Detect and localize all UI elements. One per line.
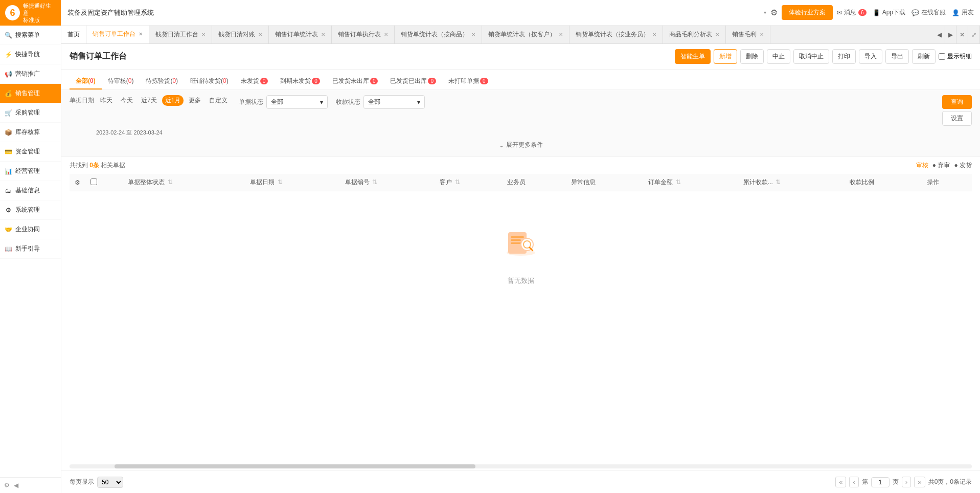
show-detail-toggle[interactable]: 显示明细 — [939, 52, 972, 61]
tab-close-sales-workbench[interactable]: ✕ — [139, 31, 143, 37]
sidebar-item-basic-info[interactable]: 🗂基础信息 — [0, 181, 61, 200]
import-btn[interactable]: 导入 — [859, 49, 882, 64]
show-detail-checkbox[interactable] — [939, 53, 945, 60]
filter-actions: 查询 设置 — [942, 95, 972, 126]
online-service-btn[interactable]: 💬 在线客服 — [911, 8, 946, 17]
send-btn[interactable]: ● 发货 — [954, 161, 972, 170]
tab-profit-analysis[interactable]: 商品毛利分析表✕ — [663, 26, 726, 44]
first-page-btn[interactable]: « — [835, 477, 846, 487]
add-btn[interactable]: 新增 — [714, 49, 737, 64]
refresh-btn[interactable]: 刷新 — [912, 49, 936, 64]
sub-tab-待拣验货[interactable]: 待拣验货(0) — [140, 74, 184, 89]
anti-audit-btn[interactable]: ● 弃审 — [932, 161, 950, 170]
app-download-btn[interactable]: 📱 App下载 — [873, 8, 905, 17]
tab-close-sales-goods[interactable]: ✕ — [471, 32, 475, 37]
query-btn[interactable]: 查询 — [942, 95, 972, 109]
status-filter: 单据状态 全部 ▾ — [239, 95, 328, 109]
export-btn[interactable]: 导出 — [885, 49, 909, 64]
smart-create-btn[interactable]: 智能生单 — [675, 49, 711, 64]
prev-page-btn[interactable]: ‹ — [849, 477, 858, 487]
header-settings-icon[interactable]: ⚙ — [770, 8, 778, 17]
tab-prev-btn[interactable]: ◀ — [934, 26, 945, 44]
empty-icon — [500, 222, 541, 270]
sidebar-item-marketing[interactable]: 📢营销推广 — [0, 64, 61, 84]
tab-list: 首页销售订单工作台✕钱货日清工作台✕钱货日清对账✕销售订单统计表✕销售订单执行表… — [61, 26, 934, 44]
date-opt-更多[interactable]: 更多 — [186, 95, 204, 106]
stop-btn[interactable]: 中止 — [767, 49, 790, 64]
sidebar-item-guide[interactable]: 📖新手引导 — [0, 239, 61, 259]
nav-label-basic-info: 基础信息 — [15, 186, 40, 195]
sidebar-item-search[interactable]: 🔍搜索菜单 — [0, 26, 61, 45]
date-opt-今天[interactable]: 今天 — [118, 95, 136, 106]
nav-label-quick-nav: 快捷导航 — [15, 50, 40, 59]
status-select[interactable]: 全部 ▾ — [266, 95, 328, 109]
tab-sales-exec[interactable]: 销售订单执行表✕ — [332, 26, 395, 44]
date-opt-近7天[interactable]: 近7天 — [138, 95, 160, 106]
tab-maximize-btn[interactable]: ⤢ — [968, 26, 980, 44]
tab-cash-reconcile[interactable]: 钱货日清对账✕ — [212, 26, 269, 44]
receipt-label: 收款状态 — [336, 98, 360, 106]
last-page-btn[interactable]: » — [914, 477, 925, 487]
tab-cash-daily[interactable]: 钱货日清工作台✕ — [149, 26, 212, 44]
sub-tab-待审核[interactable]: 待审核(0) — [102, 74, 140, 89]
tab-close-cash-daily[interactable]: ✕ — [201, 32, 206, 37]
sub-tab-未发货[interactable]: 未发货0 — [235, 74, 275, 89]
tab-sales-stats[interactable]: 销售订单统计表✕ — [269, 26, 332, 44]
tab-close-sales-exec[interactable]: ✕ — [384, 32, 388, 37]
sidebar-item-operation[interactable]: 📊经营管理 — [0, 162, 61, 181]
tab-close-sales-profit[interactable]: ✕ — [760, 32, 764, 37]
tab-sales-workbench[interactable]: 销售订单工作台✕ — [86, 26, 149, 44]
nav-label-enterprise: 企业协同 — [15, 225, 40, 234]
tab-close-profit-analysis[interactable]: ✕ — [715, 32, 719, 37]
tab-close-all-btn[interactable]: ✕ — [956, 26, 968, 44]
app-icon: 📱 — [873, 9, 880, 16]
messages-btn[interactable]: ✉ 消息 6 — [837, 8, 867, 17]
tab-next-btn[interactable]: ▶ — [945, 26, 956, 44]
receipt-select[interactable]: 全部 ▾ — [363, 95, 425, 109]
trial-button[interactable]: 体验行业方案 — [782, 5, 833, 20]
sidebar-item-finance[interactable]: 💳资金管理 — [0, 142, 61, 162]
tab-close-sales-stats[interactable]: ✕ — [321, 32, 325, 37]
sidebar-item-sales[interactable]: 💰销售管理 — [0, 84, 61, 103]
print-btn[interactable]: 打印 — [832, 49, 856, 64]
cancel-stop-btn[interactable]: 取消中止 — [793, 49, 829, 64]
sidebar-item-inventory[interactable]: 📦库存核算 — [0, 123, 61, 142]
sub-tab-旺铺待发货[interactable]: 旺铺待发货(0) — [184, 74, 235, 89]
sub-tab-未打印单据[interactable]: 未打印单据0 — [442, 74, 494, 89]
empty-text: 暂无数据 — [508, 276, 534, 285]
tab-home[interactable]: 首页 — [61, 26, 86, 44]
sidebar-settings-btn[interactable]: ⚙ — [4, 482, 10, 489]
page-number-input[interactable] — [871, 477, 890, 487]
date-opt-近1月[interactable]: 近1月 — [162, 95, 184, 106]
system-title-arrow[interactable]: ▾ — [764, 10, 766, 15]
sub-tab-到期未发货[interactable]: 到期未发货0 — [274, 74, 326, 89]
sidebar-item-enterprise[interactable]: 🤝企业协同 — [0, 220, 61, 239]
page-actions: 智能生单 新增 删除 中止 取消中止 打印 导入 导出 刷新 显示明细 — [675, 49, 972, 64]
next-page-btn[interactable]: › — [902, 477, 911, 487]
sidebar-item-quick-nav[interactable]: ⚡快捷导航 — [0, 45, 61, 64]
sub-tab-全部[interactable]: 全部(0) — [70, 74, 102, 89]
date-opt-自定义[interactable]: 自定义 — [206, 95, 231, 106]
sidebar-item-system[interactable]: ⚙系统管理 — [0, 200, 61, 220]
tab-sales-profit[interactable]: 销售毛利✕ — [726, 26, 770, 44]
set-btn[interactable]: 设置 — [942, 111, 972, 126]
tab-close-cash-reconcile[interactable]: ✕ — [258, 32, 262, 37]
sub-tab-已发货已出库[interactable]: 已发货已出库0 — [384, 74, 442, 89]
tab-close-sales-staff[interactable]: ✕ — [652, 32, 656, 37]
expand-btn[interactable]: ⌄ 展开更多条件 — [495, 139, 547, 151]
date-opt-昨天[interactable]: 昨天 — [97, 95, 116, 106]
sub-tab-已发货未出库[interactable]: 已发货未出库0 — [326, 74, 384, 89]
select-all-checkbox[interactable] — [90, 178, 97, 185]
user-btn[interactable]: 👤 用友 — [952, 8, 974, 17]
tab-sales-customer[interactable]: 销货单统计表（按客户）✕ — [482, 26, 569, 44]
sidebar-collapse-btn[interactable]: ◀ — [14, 482, 18, 489]
tab-sales-goods[interactable]: 销货单统计表（按商品）✕ — [395, 26, 482, 44]
tab-label-sales-staff: 销货单统计表（按业务员） — [576, 30, 649, 39]
tab-sales-staff[interactable]: 销货单统计表（按业务员）✕ — [569, 26, 663, 44]
tab-close-sales-customer[interactable]: ✕ — [559, 32, 563, 37]
page-size-select[interactable]: 102050100 — [97, 477, 123, 488]
delete-btn[interactable]: 删除 — [740, 49, 764, 64]
sidebar-item-purchase[interactable]: 🛒采购管理 — [0, 103, 61, 123]
horizontal-scrollbar[interactable] — [70, 464, 972, 468]
audit-btn[interactable]: 审核 — [916, 161, 928, 170]
